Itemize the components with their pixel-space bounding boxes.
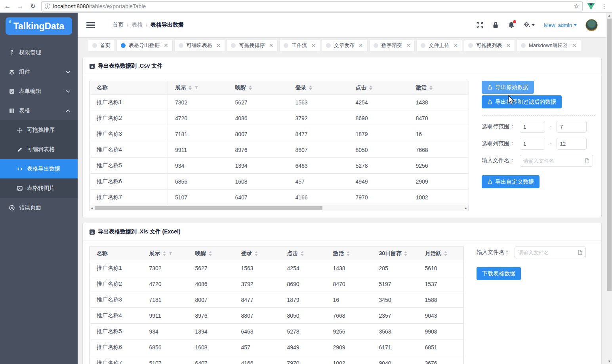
tab-close-icon[interactable]: ✕ — [311, 43, 316, 48]
sort-icon[interactable] — [429, 85, 433, 90]
tab[interactable]: 工作流✕ — [279, 39, 320, 52]
tab-close-icon[interactable]: ✕ — [269, 43, 273, 48]
tab[interactable]: 文件上传✕ — [416, 39, 462, 52]
column-header[interactable]: 点击 — [280, 247, 326, 260]
column-header[interactable]: 展示 — [168, 81, 228, 95]
vue-devtools-icon[interactable] — [587, 2, 595, 10]
column-header[interactable]: 登录 — [234, 247, 280, 260]
table-row[interactable]: 推广名称66856160845749492909 — [90, 174, 469, 190]
sort-icon[interactable] — [369, 85, 372, 90]
scroll-up-icon[interactable]: ▲ — [606, 13, 612, 18]
sort-icon[interactable] — [209, 251, 212, 256]
table-row[interactable]: 推广名称75107640741667970100290403676 — [90, 355, 464, 364]
browser-reload-icon[interactable]: ↻ — [29, 3, 37, 9]
table-row[interactable]: 推广名称24720408637928690847051971537 — [90, 276, 464, 292]
tab-close-icon[interactable]: ✕ — [453, 43, 458, 48]
browser-forward-icon[interactable]: → — [16, 3, 25, 9]
column-header[interactable]: 展示 — [142, 247, 188, 260]
sidebar-item-permissions[interactable]: 权限管理 — [0, 43, 78, 62]
row-range-from-input[interactable] — [520, 121, 545, 133]
table-row[interactable]: 推广名称5934139464635278925635639908 — [90, 324, 464, 339]
sidebar-item-error-pages[interactable]: 错误页面 — [0, 198, 78, 217]
sort-icon[interactable] — [301, 251, 304, 256]
lock-icon[interactable] — [492, 21, 499, 28]
tab-close-icon[interactable]: ✕ — [506, 43, 511, 48]
filename-input[interactable] — [515, 246, 586, 258]
breadcrumb-tables[interactable]: 表格 — [132, 21, 143, 28]
filter-icon[interactable] — [194, 85, 198, 90]
notifications-bell-icon[interactable] — [508, 21, 515, 28]
sidebar-item-editable-table[interactable]: 可编辑表格 — [0, 140, 78, 159]
column-header[interactable]: 唤醒 — [188, 247, 234, 260]
table-row[interactable]: 推广名称6685616084574949290961716851 — [90, 339, 464, 355]
column-header[interactable]: 唤醒 — [228, 81, 288, 95]
scrollbar-thumb[interactable] — [95, 206, 322, 210]
table-row[interactable]: 推广名称173025627156342541438 — [90, 95, 469, 110]
sort-icon[interactable] — [404, 251, 407, 256]
tab[interactable]: 首页 — [88, 39, 115, 52]
sort-icon[interactable] — [347, 251, 350, 256]
tab[interactable]: 表格导出数据✕ — [116, 39, 173, 52]
export-raw-button[interactable]: 导出原始数据 — [482, 81, 534, 94]
hamburger-menu-icon[interactable] — [86, 21, 95, 29]
row-range-to-input[interactable] — [557, 121, 587, 133]
sort-icon[interactable] — [444, 251, 447, 256]
filter-icon[interactable] — [168, 251, 173, 256]
scroll-down-icon[interactable]: ▼ — [606, 358, 612, 364]
table-row[interactable]: 推广名称247204086379286908470 — [90, 110, 469, 126]
table-row[interactable]: 推广名称751076407416679701002 — [90, 190, 469, 205]
app-logo[interactable]: TalkingData — [6, 17, 72, 35]
breadcrumb-home[interactable]: 首页 — [112, 21, 124, 28]
col-range-to-input[interactable] — [557, 138, 587, 150]
export-sorted-button[interactable]: 导出排序和过滤后的数据 — [482, 95, 562, 108]
bookmark-star-icon[interactable]: ☆ — [574, 2, 579, 10]
table-row[interactable]: 推广名称499118976880780507668 — [90, 142, 469, 158]
sort-icon[interactable] — [309, 85, 312, 90]
sidebar-item-form-edit[interactable]: 表单编辑 — [0, 82, 78, 101]
column-header[interactable]: 激活 — [409, 81, 469, 95]
scroll-left-icon[interactable]: ◄ — [90, 207, 94, 210]
tab-close-icon[interactable]: ✕ — [216, 43, 221, 48]
sort-icon[interactable] — [255, 251, 258, 256]
table-horizontal-scrollbar[interactable]: ◄ ► — [89, 205, 469, 211]
address-bar[interactable]: i localhost:8080/tables/exportableTable … — [41, 1, 583, 11]
tab[interactable]: 可拖拽列表✕ — [464, 39, 515, 52]
user-menu[interactable]: iview_admin — [543, 22, 577, 28]
sidebar-item-draggable-sort[interactable]: 可拖拽排序 — [0, 120, 78, 140]
tab[interactable]: 文章发布✕ — [322, 39, 368, 52]
scroll-right-icon[interactable]: ► — [463, 207, 468, 210]
tab-close-icon[interactable]: ✕ — [572, 43, 577, 48]
browser-back-icon[interactable]: ← — [3, 3, 12, 9]
tab[interactable]: 可编辑表格✕ — [174, 39, 225, 52]
sort-icon[interactable] — [163, 251, 166, 256]
browser-menu-icon[interactable]: ⋮ — [599, 2, 609, 10]
sidebar-item-components[interactable]: 组件 — [0, 62, 78, 82]
theme-switch-icon[interactable] — [524, 21, 535, 28]
table-row[interactable]: 推广名称371818007847718791634501588 — [90, 292, 464, 308]
tab-close-icon[interactable]: ✕ — [406, 43, 411, 48]
scrollbar-thumb[interactable] — [607, 19, 612, 291]
column-header[interactable]: 登录 — [288, 81, 349, 95]
sidebar-item-table-to-image[interactable]: 表格转图片 — [0, 178, 78, 198]
table-row[interactable]: 推广名称49911897688078050766823579043 — [90, 308, 464, 324]
download-table-button[interactable]: 下载表格数据 — [477, 267, 521, 280]
column-header[interactable]: 激活 — [326, 247, 372, 260]
tab[interactable]: 可拖拽排序✕ — [227, 39, 278, 52]
export-custom-button[interactable]: 导出自定义数据 — [482, 175, 540, 188]
table-row[interactable]: 推广名称1730256271563425414382855610 — [90, 260, 464, 276]
sidebar-item-tables[interactable]: 表格 — [0, 101, 78, 120]
fullscreen-icon[interactable] — [477, 22, 483, 28]
table-row[interactable]: 推广名称3718180078477187916 — [90, 126, 469, 142]
table-row[interactable]: 推广名称59341394646352789256 — [90, 158, 469, 174]
filename-input[interactable] — [520, 155, 593, 167]
column-header[interactable]: 30日留存 — [372, 247, 418, 260]
page-info-icon[interactable]: i — [45, 4, 50, 9]
tab[interactable]: 数字渐变✕ — [369, 39, 415, 52]
sort-icon[interactable] — [189, 85, 192, 90]
column-header[interactable]: 月活跃 — [418, 247, 464, 260]
tab-close-icon[interactable]: ✕ — [164, 43, 168, 48]
sidebar-item-export-table[interactable]: 表格导出数据 — [0, 159, 78, 178]
col-range-from-input[interactable] — [520, 138, 545, 150]
column-header[interactable]: 点击 — [349, 81, 409, 95]
tab-close-icon[interactable]: ✕ — [358, 43, 363, 48]
